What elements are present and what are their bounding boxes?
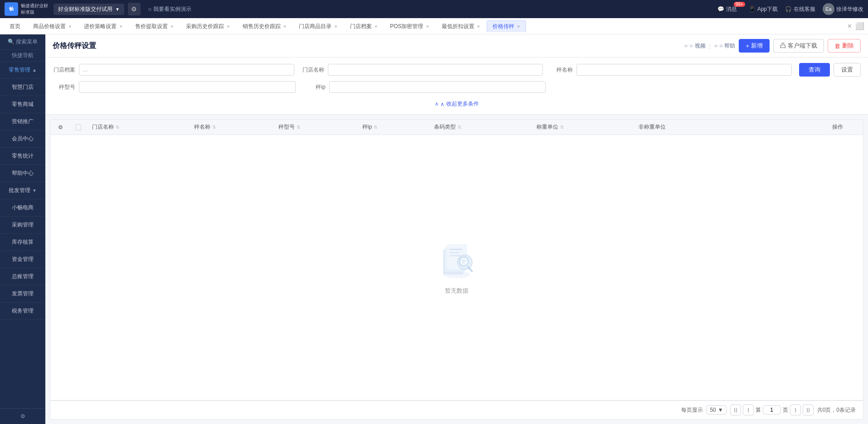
tab-purchase-history-close[interactable]: ×	[227, 24, 229, 29]
tab-store-archive[interactable]: 门店档案 ×	[344, 20, 383, 32]
version-selector[interactable]: 好业财标准版交付试用 ▼	[54, 4, 124, 15]
delete-button[interactable]: 🗑 删除	[828, 39, 861, 53]
select-all-checkbox[interactable]	[76, 124, 81, 130]
scale-ip-field: 秤ip	[303, 81, 546, 93]
demo-hint-label: 我要看实例演示	[153, 5, 191, 13]
tab-price-scale-close[interactable]: ×	[517, 24, 520, 29]
tab-min-discount-close[interactable]: ×	[477, 24, 480, 29]
th-check[interactable]	[70, 124, 87, 130]
retail-manage-arrow-icon: ▲	[32, 67, 37, 72]
user-menu[interactable]: Ea 徐泽华修改	[823, 3, 863, 15]
help-link-label: 帮助	[724, 42, 735, 50]
store-name-sort-icon[interactable]: ⇅	[116, 125, 119, 130]
svg-rect-6	[449, 255, 461, 256]
message-icon: 💬	[717, 6, 724, 12]
sidebar-item-tax-manage[interactable]: 税务管理	[0, 303, 45, 320]
th-scale-ip-label: 秤ip	[362, 123, 372, 131]
sidebar-quick-nav[interactable]: 快捷导航	[0, 50, 45, 62]
video-link[interactable]: ○ 视频	[684, 42, 706, 50]
sidebar-item-marketing[interactable]: 营销推广	[0, 113, 45, 130]
sidebar-item-wholesale-manage[interactable]: 批发管理 ▼	[0, 182, 45, 199]
sidebar-item-retail-mall[interactable]: 零售商城	[0, 96, 45, 113]
top-right-actions: 💬 消息 99+ 📱 App下载 🎧 在线客服 Ea 徐泽华修改	[713, 3, 863, 15]
app-logo: 畅 畅捷通好业财标准版	[5, 2, 50, 16]
sidebar-item-help-center[interactable]: 帮助中心	[0, 165, 45, 182]
store-name-input-wrapper[interactable]	[328, 64, 543, 76]
sidebar-item-smart-store[interactable]: 智慧门店	[0, 79, 45, 96]
table-settings-icon: ⚙	[58, 124, 63, 130]
sidebar-item-purchase-manage[interactable]: 采购管理	[0, 217, 45, 234]
sidebar-item-inventory[interactable]: 库存核算	[0, 234, 45, 251]
tab-purchase-strategy[interactable]: 进价策略设置 ×	[78, 20, 128, 32]
sidebar-item-xiaochang-ecom[interactable]: 小畅电商	[0, 199, 45, 217]
page-first-button[interactable]: ⟨⟨	[730, 405, 741, 415]
tab-store-catalog[interactable]: 门店商品目录 ×	[293, 20, 343, 32]
sidebar-item-retail-manage[interactable]: 零售管理 ▲	[0, 62, 45, 79]
online-service-button[interactable]: 🎧 在线客服	[785, 5, 815, 13]
app-settings-button[interactable]: ⚙	[128, 3, 141, 15]
scale-name-input-wrapper[interactable]	[576, 64, 792, 76]
sidebar-search[interactable]: 🔍 搜索菜单	[0, 34, 45, 50]
tab-home[interactable]: 首页	[4, 20, 26, 32]
query-button[interactable]: 查询	[799, 63, 830, 77]
store-name-input[interactable]	[332, 67, 539, 73]
sidebar-quick-nav-label: 快捷导航	[12, 52, 34, 58]
tab-store-archive-close[interactable]: ×	[375, 24, 377, 29]
message-button[interactable]: 💬 消息 99+	[713, 5, 741, 13]
tab-product-price-close[interactable]: ×	[68, 24, 71, 29]
tab-purchase-history[interactable]: 采购历史价跟踪 ×	[180, 20, 235, 32]
tab-price-scale[interactable]: 价格传秤 ×	[487, 20, 526, 32]
sidebar-item-general-ledger[interactable]: 总账管理	[0, 268, 45, 285]
page-suffix: 页	[783, 406, 788, 414]
per-page-select[interactable]: 50 ▼	[707, 405, 726, 414]
window-maximize-button[interactable]: ⬜	[855, 22, 864, 30]
tab-pos-manage[interactable]: POS加密管理 ×	[384, 20, 435, 32]
tab-sale-price-close[interactable]: ×	[171, 24, 173, 29]
scale-ip-input-wrapper[interactable]	[329, 81, 546, 93]
content-area: 价格传秤设置 ○ 视频 | ○ 帮助 + 新增 凸 客户端下载	[45, 34, 868, 424]
page-input[interactable]	[763, 405, 781, 414]
help-link[interactable]: ○ 帮助	[714, 42, 736, 50]
scale-ip-sort-icon[interactable]: ⇅	[374, 125, 377, 130]
barcode-type-sort-icon[interactable]: ⇅	[458, 125, 461, 130]
tab-product-price[interactable]: 商品价格设置 ×	[27, 20, 77, 32]
sidebar-item-tax-manage-label: 税务管理	[12, 307, 34, 315]
scale-model-input[interactable]	[83, 84, 292, 90]
tab-pos-manage-close[interactable]: ×	[426, 24, 429, 29]
tab-min-discount[interactable]: 最低折扣设置 ×	[436, 20, 486, 32]
video-icon: ○	[689, 43, 692, 49]
page-prev-button[interactable]: ⟨	[743, 405, 754, 415]
scale-name-input[interactable]	[580, 67, 788, 73]
settings-query-button[interactable]: 设置	[834, 63, 861, 77]
tab-purchase-strategy-close[interactable]: ×	[119, 24, 122, 29]
store-archive-input[interactable]: ...	[79, 64, 294, 76]
sidebar-item-member-center[interactable]: 会员中心	[0, 130, 45, 148]
window-close-button[interactable]: ×	[848, 22, 852, 30]
sidebar-settings-button[interactable]: ⚙	[0, 408, 45, 424]
weight-unit-sort-icon[interactable]: ⇅	[560, 125, 564, 130]
scale-ip-input[interactable]	[333, 84, 542, 90]
download-client-button[interactable]: 凸 客户端下载	[773, 39, 824, 53]
scale-model-sort-icon[interactable]: ⇅	[297, 125, 300, 130]
collapse-label: 收起更多条件	[446, 100, 479, 108]
app-download-button[interactable]: 📱 App下载	[749, 5, 778, 13]
scale-name-sort-icon[interactable]: ⇅	[212, 125, 216, 130]
add-button[interactable]: + 新增	[739, 39, 770, 53]
collapse-bar[interactable]: ∧ 收起更多条件	[53, 97, 861, 109]
sidebar-item-retail-stats[interactable]: 零售统计	[0, 148, 45, 165]
app-download-label: App下载	[757, 5, 778, 13]
tab-sale-history-close[interactable]: ×	[283, 24, 286, 29]
sidebar-item-invoice-manage[interactable]: 发票管理	[0, 285, 45, 303]
page-next-button[interactable]: ⟩	[790, 405, 801, 415]
scale-model-input-wrapper[interactable]	[79, 81, 296, 93]
th-settings[interactable]: ⚙	[50, 124, 70, 130]
tab-sale-price[interactable]: 售价提取设置 ×	[129, 20, 179, 32]
th-store-name-label: 门店名称	[92, 123, 114, 131]
sidebar-gear-icon: ⚙	[20, 413, 25, 419]
demo-hint[interactable]: 我要看实例演示	[148, 5, 191, 13]
top-bar: 畅 畅捷通好业财标准版 好业财标准版交付试用 ▼ ⚙ 我要看实例演示 💬 消息 …	[0, 0, 868, 18]
page-last-button[interactable]: ⟩⟩	[803, 405, 814, 415]
tab-sale-history[interactable]: 销售历史价跟踪 ×	[237, 20, 292, 32]
tab-store-catalog-close[interactable]: ×	[334, 24, 337, 29]
sidebar-item-fund-manage[interactable]: 资金管理	[0, 251, 45, 268]
